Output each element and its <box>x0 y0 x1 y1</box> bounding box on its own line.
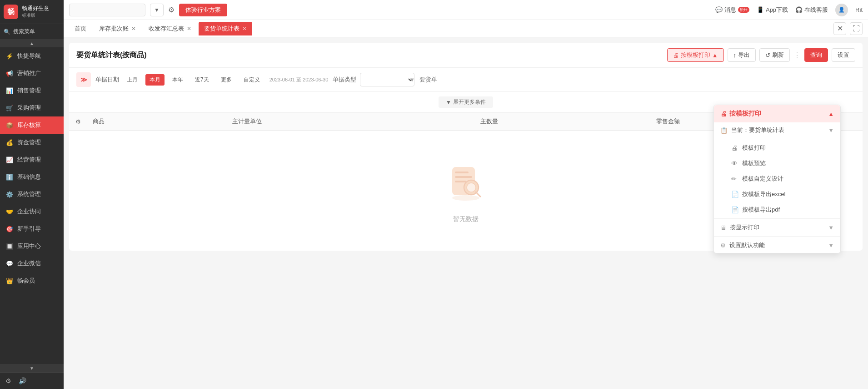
sidebar-sound-icon[interactable]: 🔊 <box>19 377 26 384</box>
collab-icon: 🤝 <box>5 208 14 215</box>
wechat-icon: 💬 <box>5 260 14 267</box>
tab-receipt-summary[interactable]: 收发存汇总表 ✕ <box>143 22 197 35</box>
refresh-button[interactable]: ↺ 刷新 <box>759 48 790 62</box>
sidebar-item-label: 营销推广 <box>17 69 41 77</box>
column-settings-icon[interactable]: ⚙ <box>75 118 81 125</box>
sidebar-nav: ⚡ 快捷导航 📢 营销推广 📊 销售管理 🛒 采购管理 📦 库存核算 💰 资金管… <box>0 47 64 364</box>
system-icon: ⚙️ <box>5 191 14 198</box>
sidebar-item-marketing[interactable]: 📢 营销推广 <box>0 65 64 82</box>
sidebar-item-label: 库存核算 <box>17 121 41 129</box>
dropdown-display-print[interactable]: 🖥 按显示打印 ▼ <box>714 220 840 235</box>
sidebar-settings-icon[interactable]: ⚙ <box>5 377 11 384</box>
empty-text: 暂无数据 <box>453 215 479 223</box>
messages-label: 消息 <box>724 6 736 14</box>
search-icon: 🔍 <box>4 29 10 35</box>
topbar-settings-icon[interactable]: ⚙ <box>168 5 175 14</box>
settings-button[interactable]: 设置 <box>832 48 855 62</box>
page-title: 要货单统计表(按商品) <box>76 51 147 60</box>
tab-maximize-button[interactable]: ⛶ <box>850 22 863 35</box>
date-btn-this-month[interactable]: 本月 <box>145 74 165 86</box>
dropdown-item-export-excel[interactable]: 📄 按模板导出excel <box>714 187 840 202</box>
date-btn-more[interactable]: 更多 <box>217 74 236 86</box>
svg-point-0 <box>452 195 479 201</box>
printer-icon: 🖨 <box>673 52 679 59</box>
tab-order-stats[interactable]: 要货单统计表 ✕ <box>199 22 252 35</box>
tab-order-stats-close[interactable]: ✕ <box>242 25 247 32</box>
table-header-settings[interactable]: ⚙ <box>69 113 87 131</box>
user-avatar[interactable]: 👤 <box>835 4 848 16</box>
print-template-button[interactable]: 🖨 按模板打印 ▲ <box>667 48 724 62</box>
sidebar-scroll-up[interactable]: ▲ <box>0 39 64 47</box>
sidebar-item-purchase[interactable]: 🛒 采购管理 <box>0 99 64 116</box>
sidebar-item-appstore[interactable]: 🔲 应用中心 <box>0 237 64 255</box>
print-template-label: 按模板打印 <box>681 51 710 59</box>
sidebar-item-label: 企业协同 <box>17 207 41 216</box>
order-type-filter-row: 要货单 <box>419 76 437 84</box>
sidebar-item-operation[interactable]: 📈 经营管理 <box>0 151 64 168</box>
topbar: ▼ ⚙ 体验行业方案 💬 消息 99+ 📱 App下载 🎧 在线客服 👤 Rit <box>64 0 868 20</box>
empty-illustration <box>443 158 489 210</box>
sidebar-item-basic[interactable]: ℹ️ 基础信息 <box>0 168 64 186</box>
expand-more-label: 展开更多条件 <box>453 98 486 106</box>
export-pdf-label: 按模板导出pdf <box>742 206 780 214</box>
dropdown-current-template[interactable]: 📋 当前：要货单统计表 ▼ <box>714 122 840 138</box>
default-func-label: 设置默认功能 <box>729 241 765 249</box>
marketing-icon: 📢 <box>5 70 14 77</box>
query-button[interactable]: 查询 <box>804 48 828 62</box>
sidebar-item-label: 畅会员 <box>17 277 35 285</box>
sidebar-item-system[interactable]: ⚙️ 系统管理 <box>0 186 64 203</box>
sidebar-item-inventory[interactable]: 📦 库存核算 <box>0 116 64 134</box>
topbar-right: 💬 消息 99+ 📱 App下载 🎧 在线客服 👤 Rit <box>715 4 863 16</box>
table-header-quantity: 主数量 <box>475 113 651 131</box>
dropdown-item-template-design[interactable]: ✏ 模板自定义设计 <box>714 171 840 187</box>
messages-button[interactable]: 💬 消息 99+ <box>715 6 749 14</box>
export-button[interactable]: ↑ 导出 <box>728 48 756 62</box>
date-btn-last-month[interactable]: 上月 <box>123 74 142 86</box>
topbar-search-input[interactable] <box>69 4 145 16</box>
sidebar-item-finance[interactable]: 💰 资金管理 <box>0 134 64 151</box>
svg-rect-4 <box>455 181 466 182</box>
sidebar-item-guide[interactable]: 🎯 新手引导 <box>0 220 64 237</box>
app-download-button[interactable]: 📱 App下载 <box>757 6 788 14</box>
tab-inventory-batch-close[interactable]: ✕ <box>131 25 136 32</box>
dropdown-close-icon[interactable]: ▲ <box>828 111 834 117</box>
sidebar-item-member[interactable]: 👑 畅会员 <box>0 272 64 289</box>
sidebar-scroll-down[interactable]: ▼ <box>0 364 64 372</box>
sidebar-item-wechat[interactable]: 💬 企业微信 <box>0 255 64 272</box>
expand-more-button[interactable]: ▼ 展开更多条件 <box>439 96 493 108</box>
online-service-button[interactable]: 🎧 在线客服 <box>795 6 828 14</box>
sidebar-item-collab[interactable]: 🤝 企业协同 <box>0 203 64 220</box>
filter-expand-icon[interactable]: ≫ <box>76 72 91 87</box>
sidebar-item-label: 基础信息 <box>17 173 41 181</box>
tab-home[interactable]: 首页 <box>69 22 92 35</box>
date-btn-custom[interactable]: 自定义 <box>239 74 264 86</box>
sidebar-item-sales[interactable]: 📊 销售管理 <box>0 82 64 99</box>
topbar-dropdown-button[interactable]: ▼ <box>150 4 164 16</box>
search-menu-label: 搜索菜单 <box>13 28 35 35</box>
tab-close-all-button[interactable]: ✕ <box>833 22 846 35</box>
tab-receipt-summary-close[interactable]: ✕ <box>187 25 191 32</box>
type-filter-select[interactable] <box>360 73 414 86</box>
export-label: 导出 <box>738 51 750 59</box>
guide-icon: 🎯 <box>5 226 14 232</box>
app-download-label: App下载 <box>766 6 788 14</box>
search-menu[interactable]: 🔍 搜索菜单 <box>0 24 64 39</box>
sidebar-item-quick-nav[interactable]: ⚡ 快捷导航 <box>0 47 64 65</box>
dropdown-divider-2 <box>714 218 840 219</box>
dropdown-item-template-print[interactable]: 🖨 模板打印 <box>714 140 840 156</box>
dropdown-item-template-preview[interactable]: 👁 模板预览 <box>714 156 840 171</box>
online-service-label: 在线客服 <box>804 6 828 14</box>
sidebar-item-label: 企业微信 <box>17 259 41 268</box>
member-icon: 👑 <box>5 278 14 284</box>
sidebar-footer: ⚙ 🔊 <box>0 372 64 389</box>
date-btn-this-year[interactable]: 本年 <box>168 74 187 86</box>
current-template-icon: 📋 <box>720 127 728 134</box>
svg-line-7 <box>476 192 480 197</box>
dropdown-default-func[interactable]: ⚙ 设置默认功能 ▼ <box>714 237 840 253</box>
sidebar-item-label: 采购管理 <box>17 104 41 112</box>
date-btn-7days[interactable]: 近7天 <box>191 74 213 86</box>
sidebar-item-label: 销售管理 <box>17 86 41 95</box>
dropdown-item-export-pdf[interactable]: 📄 按模板导出pdf <box>714 202 840 217</box>
tab-inventory-batch[interactable]: 库存批次账 ✕ <box>94 22 141 35</box>
industry-solution-button[interactable]: 体验行业方案 <box>179 4 227 16</box>
